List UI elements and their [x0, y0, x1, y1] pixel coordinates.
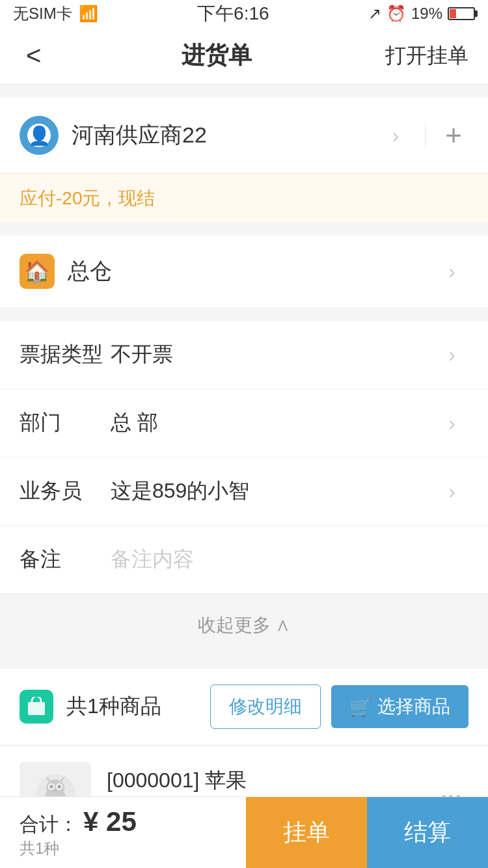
- supplier-avatar: 👤: [20, 116, 59, 155]
- status-left: 无SIM卡 📶: [13, 3, 98, 24]
- hold-button[interactable]: 挂单: [246, 797, 367, 869]
- nav-bar: < 进货单 打开挂单: [0, 27, 488, 85]
- products-count: 共1种商品: [66, 692, 210, 721]
- product-title: 苹果: [205, 768, 247, 792]
- page-title: 进货单: [182, 40, 252, 72]
- chevron-right-icon: ›: [448, 260, 455, 284]
- battery-percent: 19%: [411, 5, 442, 23]
- warehouse-name: 总仓: [68, 256, 448, 286]
- products-header: 共1种商品 修改明细 🛒 选择商品: [0, 669, 488, 744]
- status-right: ↗ ⏰ 19%: [368, 5, 475, 23]
- total-label-row: 合计： ¥ 25: [20, 806, 226, 838]
- invoice-type-label: 票据类型: [20, 340, 111, 369]
- supplier-row[interactable]: 👤 河南供应商22 › +: [0, 98, 488, 173]
- supplier-section: 👤 河南供应商22 › + 应付-20元，现结: [0, 98, 488, 223]
- supplier-name: 河南供应商22: [72, 120, 392, 150]
- form-section: 票据类型 不开票 › 部门 总 部 › 业务员 这是859的小智 › 备注 备注…: [0, 320, 488, 593]
- divider: [425, 122, 426, 148]
- battery-icon: [448, 7, 475, 20]
- total-section: 合计： ¥ 25 共1种: [0, 806, 246, 859]
- product-name: [0000001] 苹果: [107, 766, 433, 795]
- chevron-right-icon: ›: [392, 124, 400, 148]
- open-hold-button[interactable]: 打开挂单: [385, 42, 468, 70]
- user-icon: 👤: [28, 125, 51, 146]
- total-amount: ¥ 25: [83, 806, 137, 837]
- department-value: 总 部: [111, 409, 448, 437]
- svg-rect-0: [28, 702, 45, 715]
- select-product-button[interactable]: 🛒 选择商品: [331, 685, 468, 728]
- select-product-label: 选择商品: [377, 694, 450, 719]
- svg-point-7: [57, 785, 61, 789]
- total-label: 合计：: [20, 811, 78, 838]
- remark-label: 备注: [20, 545, 111, 574]
- collapse-row[interactable]: 收起更多 ∧: [0, 593, 488, 656]
- collapse-label: 收起更多 ∧: [198, 615, 291, 635]
- add-button[interactable]: +: [439, 119, 468, 152]
- remark-input[interactable]: 备注内容: [111, 545, 468, 574]
- location-icon: ↗: [368, 5, 381, 23]
- carrier-label: 无SIM卡: [13, 3, 72, 24]
- product-id: [0000001]: [107, 768, 199, 792]
- avatar-inner: 👤: [27, 124, 51, 147]
- total-sub: 共1种: [20, 838, 226, 859]
- invoice-type-row[interactable]: 票据类型 不开票 ›: [0, 320, 488, 388]
- chevron-right-icon: ›: [448, 480, 455, 504]
- select-product-icon: 🛒: [349, 696, 372, 718]
- alarm-icon: ⏰: [386, 5, 406, 23]
- department-row[interactable]: 部门 总 部 ›: [0, 388, 488, 457]
- sales-person-row[interactable]: 业务员 这是859的小智 ›: [0, 457, 488, 525]
- modify-detail-button[interactable]: 修改明细: [210, 685, 321, 729]
- chevron-right-icon: ›: [448, 411, 455, 435]
- products-icon: [20, 690, 53, 724]
- status-bar: 无SIM卡 📶 下午6:16 ↗ ⏰ 19%: [0, 0, 488, 27]
- checkout-button[interactable]: 结算: [367, 797, 488, 869]
- payment-notice: 应付-20元，现结: [0, 173, 488, 223]
- remark-row[interactable]: 备注 备注内容: [0, 525, 488, 593]
- sales-person-label: 业务员: [20, 477, 111, 506]
- warehouse-icon: 🏠: [20, 254, 55, 289]
- back-button[interactable]: <: [20, 34, 47, 77]
- warehouse-row[interactable]: 🏠 总仓 ›: [0, 236, 488, 307]
- payment-text: 应付-20元，现结: [20, 188, 155, 208]
- wifi-icon: 📶: [79, 5, 98, 23]
- status-time: 下午6:16: [197, 1, 269, 26]
- sales-person-value: 这是859的小智: [111, 477, 448, 506]
- svg-point-6: [49, 785, 53, 789]
- department-label: 部门: [20, 409, 111, 437]
- chevron-right-icon: ›: [448, 343, 455, 367]
- invoice-type-value: 不开票: [111, 340, 448, 369]
- bottom-bar: 合计： ¥ 25 共1种 挂单 结算: [0, 796, 488, 868]
